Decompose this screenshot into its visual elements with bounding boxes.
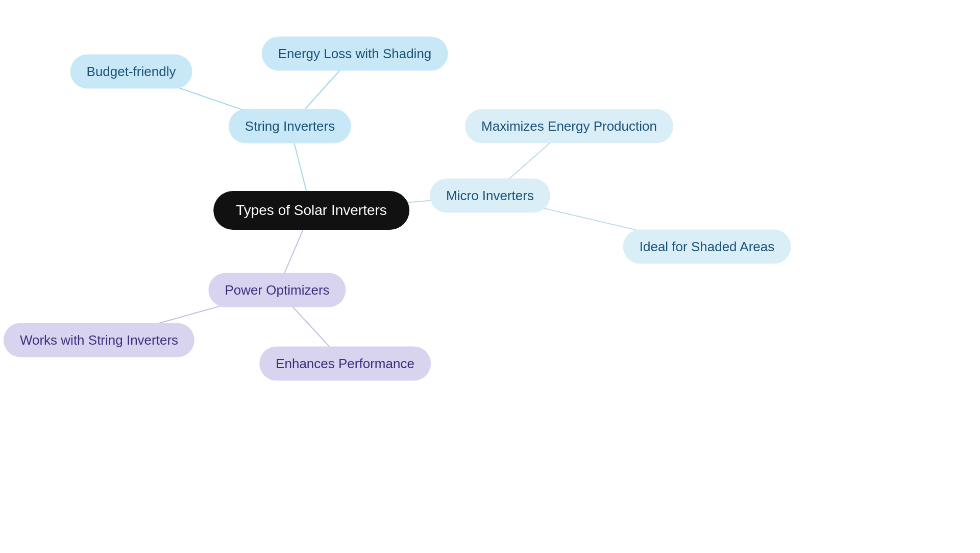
enhances-performance-node: Enhances Performance — [259, 347, 431, 381]
string-inverters-node: String Inverters — [229, 109, 351, 143]
energy-loss-node: Energy Loss with Shading — [262, 37, 448, 71]
center-node: Types of Solar Inverters — [213, 191, 409, 230]
maximizes-energy-node: Maximizes Energy Production — [465, 109, 673, 143]
budget-friendly-node: Budget-friendly — [70, 55, 192, 89]
micro-inverters-node: Micro Inverters — [430, 179, 550, 213]
ideal-shaded-node: Ideal for Shaded Areas — [623, 230, 791, 264]
power-optimizers-node: Power Optimizers — [208, 273, 346, 307]
works-string-node: Works with String Inverters — [4, 323, 194, 357]
